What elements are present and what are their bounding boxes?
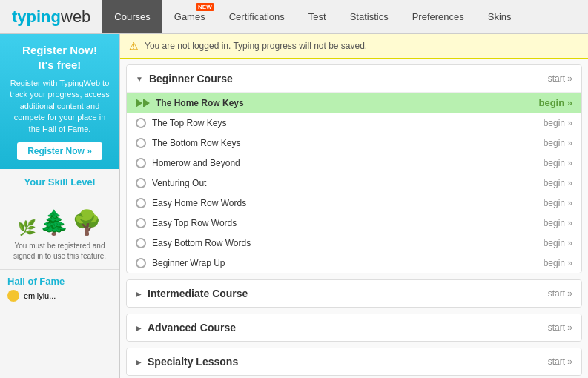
lesson-name-5: Easy Home Row Words [152,198,246,208]
hof-section: Hall of Fame emilylu... [0,270,119,308]
lesson-item-1[interactable]: The Top Row Keysbegin » [127,113,581,133]
course-header-left-specialty: ▶Specialty Lessons [136,356,238,368]
course-header-intermediate[interactable]: ▶Intermediate Coursestart » [127,280,581,307]
content-area: ⚠ You are not logged in. Typing progress… [120,34,588,378]
lesson-item-4[interactable]: Venturing Outbegin » [127,173,581,193]
course-title-advanced: Advanced Course [148,322,236,334]
course-header-specialty[interactable]: ▶Specialty Lessonsstart » [127,348,581,375]
hof-user: emilylu... [7,290,112,302]
course-title-intermediate: Intermediate Course [148,288,248,299]
lesson-name-6: Easy Top Row Words [152,218,237,228]
hof-username: emilylu... [24,291,56,300]
lesson-left-4: Venturing Out [136,178,206,188]
nav-badge-games: NEW [196,3,214,11]
warning-bar: ⚠ You are not logged in. Typing progress… [120,34,588,59]
lesson-list-beginner: The Home Row Keysbegin »The Top Row Keys… [127,92,581,273]
course-section-specialty: ▶Specialty Lessonsstart » [126,348,582,376]
course-title-beginner: Beginner Course [149,73,233,84]
lesson-item-5[interactable]: Easy Home Row Wordsbegin » [127,193,581,213]
play-arrow-1 [136,99,142,107]
skill-title: Your Skill Level [7,176,112,188]
logo: typingweb [0,7,102,27]
lesson-begin-8[interactable]: begin » [544,258,572,268]
skill-section: Your Skill Level 🌿 🌲 🌳 You must be regis… [0,169,119,270]
course-start-beginner[interactable]: start » [548,73,572,84]
lesson-left-8: Beginner Wrap Up [136,258,225,268]
logo-web: web [61,7,90,26]
sidebar: Register Now! It's free! Register with T… [0,34,120,378]
register-panel: Register Now! It's free! Register with T… [0,34,119,169]
course-start-intermediate[interactable]: start » [548,288,572,299]
skill-tree-item-small: 🌿 [18,219,36,236]
course-triangle-intermediate: ▶ [136,290,142,298]
lesson-begin-4[interactable]: begin » [544,178,572,188]
course-header-left-intermediate: ▶Intermediate Course [136,288,248,299]
register-title: Register Now! It's free! [7,43,112,72]
lesson-begin-5[interactable]: begin » [544,198,572,208]
lesson-radio-3 [136,158,146,168]
nav-item-skins[interactable]: Skins [476,0,523,33]
course-triangle-specialty: ▶ [136,358,142,366]
lesson-radio-2 [136,138,146,148]
lesson-item-3[interactable]: Homerow and Beyondbegin » [127,153,581,173]
lesson-radio-5 [136,198,146,208]
lesson-left-0: The Home Row Keys [136,98,244,108]
register-description: Register with TypingWeb to track your pr… [7,78,112,135]
course-start-advanced[interactable]: start » [548,322,572,333]
lesson-begin-6[interactable]: begin » [544,218,572,228]
lesson-left-2: The Bottom Row Keys [136,138,240,148]
course-header-left-beginner: ▼Beginner Course [136,73,233,84]
lesson-radio-4 [136,178,146,188]
nav-item-courses[interactable]: Courses [102,0,162,33]
lesson-begin-3[interactable]: begin » [544,158,572,168]
hof-avatar [7,290,19,302]
lesson-radio-7 [136,238,146,248]
course-triangle-beginner: ▼ [136,75,143,83]
lesson-begin-7[interactable]: begin » [544,238,572,248]
lesson-name-4: Venturing Out [152,178,206,188]
course-start-specialty[interactable]: start » [548,357,572,367]
register-button[interactable]: Register Now » [17,142,102,160]
lesson-left-5: Easy Home Row Words [136,198,246,208]
courses-list: ▼Beginner Coursestart »The Home Row Keys… [120,59,588,378]
logo-typing: typing [12,7,61,26]
course-header-left-advanced: ▶Advanced Course [136,322,236,334]
lesson-begin-1[interactable]: begin » [544,118,572,128]
lesson-item-0[interactable]: The Home Row Keysbegin » [127,93,581,113]
lesson-name-0: The Home Row Keys [156,98,244,108]
nav-item-certifications[interactable]: Certifications [217,0,297,33]
lesson-left-3: Homerow and Beyond [136,158,240,168]
nav: CoursesGamesNEWCertificationsTestStatist… [102,0,523,33]
lesson-left-1: The Top Row Keys [136,118,227,128]
lesson-radio-6 [136,218,146,228]
course-section-beginner: ▼Beginner Coursestart »The Home Row Keys… [126,64,582,273]
course-header-beginner[interactable]: ▼Beginner Coursestart » [127,65,581,92]
lesson-item-8[interactable]: Beginner Wrap Upbegin » [127,253,581,273]
skill-description: You must be registered and signed in to … [7,241,112,262]
lesson-begin-2[interactable]: begin » [544,138,572,148]
nav-item-test[interactable]: Test [297,0,338,33]
course-title-specialty: Specialty Lessons [148,356,238,368]
skill-tree-item-large: 🌳 [72,208,102,236]
lesson-begin-0[interactable]: begin » [538,97,572,108]
lesson-name-8: Beginner Wrap Up [152,258,225,268]
skill-tree-icon-large: 🌳 [72,208,102,236]
hof-title: Hall of Fame [7,276,112,287]
skill-tree-icon-small: 🌿 [18,219,36,236]
lesson-item-6[interactable]: Easy Top Row Wordsbegin » [127,213,581,233]
lesson-item-2[interactable]: The Bottom Row Keysbegin » [127,133,581,153]
lesson-item-7[interactable]: Easy Bottom Row Wordsbegin » [127,233,581,253]
lesson-left-7: Easy Bottom Row Words [136,238,251,248]
course-triangle-advanced: ▶ [136,324,142,332]
nav-item-preferences[interactable]: Preferences [400,0,476,33]
course-header-advanced[interactable]: ▶Advanced Coursestart » [127,314,581,341]
lesson-name-2: The Bottom Row Keys [152,138,240,148]
course-section-intermediate: ▶Intermediate Coursestart » [126,279,582,308]
nav-item-games[interactable]: GamesNEW [162,0,217,33]
header: typingweb CoursesGamesNEWCertificationsT… [0,0,588,34]
nav-item-statistics[interactable]: Statistics [338,0,400,33]
lesson-name-1: The Top Row Keys [152,118,227,128]
lesson-play-icon-0 [136,99,150,107]
warning-icon: ⚠ [129,40,139,52]
course-section-advanced: ▶Advanced Coursestart » [126,314,582,342]
